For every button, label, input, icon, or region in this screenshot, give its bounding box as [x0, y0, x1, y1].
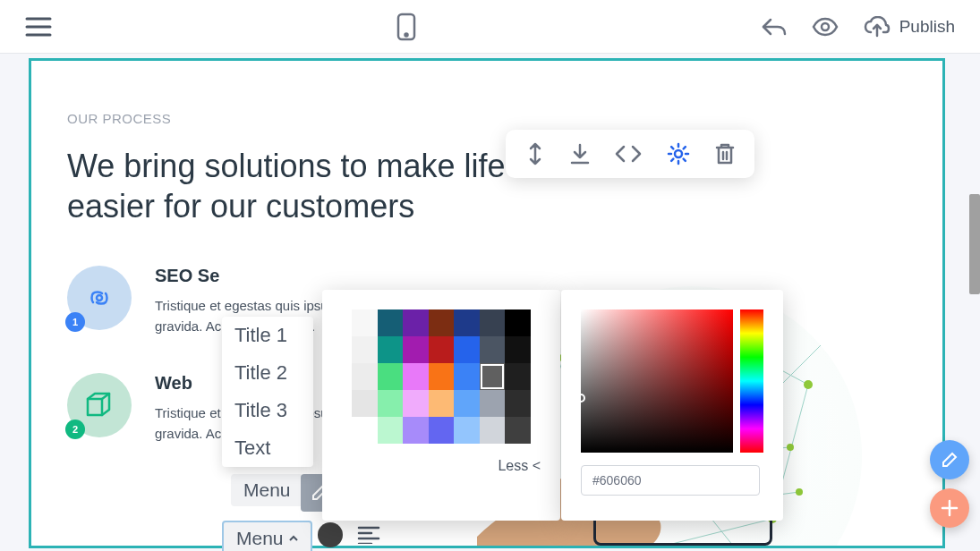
scrollbar-thumb[interactable]	[969, 194, 980, 294]
color-swatch[interactable]	[352, 417, 378, 444]
fab-add-button[interactable]	[930, 488, 969, 528]
title-menu-item[interactable]: Title 3	[222, 392, 313, 429]
color-swatch[interactable]	[403, 363, 429, 390]
scrollbar-track[interactable]	[967, 54, 980, 551]
delete-trash-icon[interactable]	[715, 142, 735, 165]
element-toolbar	[506, 130, 754, 178]
color-swatch[interactable]	[505, 363, 531, 390]
color-swatch[interactable]	[403, 309, 429, 336]
service-title: SEO Se	[155, 266, 506, 286]
page-headline: We bring solutions to make life easier f…	[67, 146, 533, 226]
move-icon[interactable]	[525, 142, 545, 165]
hex-input[interactable]	[581, 465, 760, 496]
color-swatch[interactable]	[505, 336, 531, 363]
color-swatch[interactable]	[378, 336, 404, 363]
color-swatch[interactable]	[378, 309, 404, 336]
color-swatch[interactable]	[429, 336, 455, 363]
preview-eye-icon[interactable]	[812, 17, 839, 37]
text-inline-toolbar	[318, 522, 380, 547]
menu-dropdown-trigger[interactable]: Menu	[231, 474, 303, 506]
title-style-menu: Title 1 Title 2 Title 3 Text	[222, 317, 313, 467]
service-icon-seo: 1	[67, 266, 132, 330]
color-swatch[interactable]	[403, 417, 429, 444]
color-swatch[interactable]	[454, 417, 480, 444]
color-swatch[interactable]	[378, 417, 404, 444]
title-menu-item[interactable]: Title 1	[222, 317, 313, 354]
color-swatch[interactable]	[480, 363, 506, 390]
eyebrow-text: OUR PROCESS	[67, 111, 907, 126]
hue-slider[interactable]	[740, 309, 763, 453]
saturation-value-area[interactable]	[581, 309, 733, 453]
svg-point-31	[675, 150, 682, 157]
code-icon[interactable]	[615, 144, 642, 164]
color-swatch[interactable]	[352, 390, 378, 417]
align-left-icon[interactable]	[357, 526, 380, 544]
color-swatch[interactable]	[429, 363, 455, 390]
less-colors-link[interactable]: Less <	[342, 458, 541, 474]
color-swatch[interactable]	[454, 363, 480, 390]
svg-point-24	[787, 444, 794, 451]
color-swatch[interactable]	[378, 390, 404, 417]
color-swatch[interactable]	[429, 390, 455, 417]
fab-edit-button[interactable]	[930, 440, 969, 479]
color-swatch[interactable]	[454, 390, 480, 417]
color-swatch[interactable]	[352, 336, 378, 363]
color-swatch[interactable]	[352, 363, 378, 390]
svg-point-5	[822, 23, 829, 30]
color-swatch[interactable]	[403, 336, 429, 363]
sv-cursor[interactable]	[576, 394, 585, 403]
mobile-preview-icon[interactable]	[396, 13, 416, 41]
color-swatch[interactable]	[480, 336, 506, 363]
color-swatch[interactable]	[352, 309, 378, 336]
download-icon[interactable]	[570, 143, 590, 165]
color-swatch[interactable]	[505, 309, 531, 336]
color-swatch[interactable]	[480, 390, 506, 417]
title-menu-item[interactable]: Title 2	[222, 354, 313, 392]
menu-dropdown-active[interactable]: Menu	[222, 521, 312, 551]
color-swatch[interactable]	[454, 336, 480, 363]
svg-point-6	[97, 295, 102, 301]
service-badge: 2	[65, 420, 85, 439]
hamburger-icon[interactable]	[25, 16, 52, 38]
color-swatch[interactable]	[403, 390, 429, 417]
color-swatch[interactable]	[378, 363, 404, 390]
color-swatch[interactable]	[505, 390, 531, 417]
undo-icon[interactable]	[762, 16, 787, 38]
caret-up-icon	[289, 535, 298, 542]
color-swatch-panel: Less <	[322, 290, 560, 521]
service-badge: 1	[65, 312, 85, 332]
color-swatch[interactable]	[454, 309, 480, 336]
service-icon-web: 2	[67, 373, 132, 437]
text-color-swatch[interactable]	[318, 522, 343, 547]
color-swatch[interactable]	[429, 309, 455, 336]
color-picker-panel	[561, 290, 783, 521]
title-menu-item[interactable]: Text	[222, 429, 313, 467]
svg-point-4	[405, 33, 408, 36]
publish-label: Publish	[899, 17, 955, 37]
color-swatch[interactable]	[429, 417, 455, 444]
color-swatch[interactable]	[505, 417, 531, 444]
settings-gear-icon[interactable]	[667, 142, 690, 165]
color-swatch[interactable]	[480, 309, 506, 336]
publish-button[interactable]: Publish	[864, 16, 955, 38]
svg-point-30	[796, 488, 803, 496]
color-swatch[interactable]	[480, 417, 506, 444]
